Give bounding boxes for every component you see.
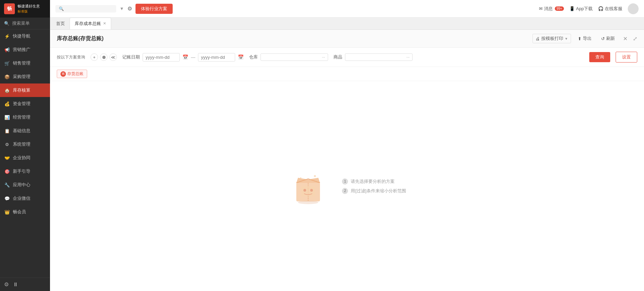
topbar-chevron-icon[interactable]: ▼ (120, 6, 124, 11)
system-icon: ⚙ (4, 141, 10, 147)
sidebar-item-label: 库存核算 (13, 87, 30, 93)
page-title: 库存总账(存货总账) (57, 35, 532, 42)
tab-close-icon[interactable]: ✕ (103, 21, 106, 26)
sidebar-menu: ⚡ 快捷导航 📢 营销推广 🛒 销售管理 📦 采购管理 🏠 库存核算 💰 资金管… (0, 29, 50, 277)
svg-point-2 (314, 175, 316, 177)
sidebar-item-sales[interactable]: 🛒 销售管理 (0, 56, 50, 70)
sidebar-item-label: 经营管理 (13, 114, 30, 120)
close-panel-btn[interactable]: ✕ (622, 34, 629, 43)
logo-text-block: 畅捷通好生意 标准版 (18, 4, 40, 14)
sidebar-item-label: 基础信息 (13, 128, 30, 134)
goods-label: 商品 (333, 54, 342, 60)
sidebar-item-basic[interactable]: 📋 基础信息 (0, 124, 50, 138)
sidebar-item-label: 应用中心 (13, 182, 30, 188)
newbie-icon: 🎯 (4, 168, 10, 174)
schema-circle-icon: 账 (60, 71, 66, 77)
export-btn[interactable]: ⬆ 导出 (575, 34, 594, 43)
trial-btn[interactable]: 体验行业方案 (135, 4, 173, 14)
filter-add-btn[interactable]: + (91, 53, 98, 61)
tab-home[interactable]: 首页 (51, 18, 70, 29)
collapse-footer-icon[interactable]: ⏸ (13, 282, 18, 288)
logo-sub: 标准版 (18, 9, 40, 14)
empty-hint-1-text: 请先选择要分析的方案 (351, 178, 395, 185)
filter-settings-btn[interactable]: 设置 (616, 52, 637, 63)
empty-illustration-svg (288, 166, 328, 207)
sidebar-item-newbie[interactable]: 🎯 新手引导 (0, 165, 50, 178)
operation-icon: 📊 (4, 114, 10, 120)
step1-circle: 1 (342, 178, 348, 185)
messages-label: 消息 (544, 6, 553, 12)
svg-point-7 (298, 201, 318, 204)
sidebar-item-quick-nav[interactable]: ⚡ 快捷导航 (0, 29, 50, 43)
svg-point-6 (310, 189, 313, 192)
sidebar-item-enterprise[interactable]: 🤝 企业协同 (0, 151, 50, 165)
messages-btn[interactable]: ✉ 消息 99+ (539, 6, 564, 12)
filter-area: 按以下方案查询 + ⊗ ≪ 记账日期 📅 — 📅 仓库 (50, 48, 644, 67)
online-support-btn[interactable]: 🎧 在线客服 (598, 6, 622, 12)
svg-point-3 (300, 177, 301, 178)
filter-del-btn[interactable]: ⊗ (100, 53, 107, 61)
topbar-search-area[interactable]: 🔍 (55, 5, 116, 13)
refresh-btn-label: 刷新 (606, 35, 615, 42)
step2-circle: 2 (342, 188, 348, 194)
print-btn[interactable]: 🖨 按模板打印 ▼ (532, 34, 571, 43)
app-center-icon: 🔧 (4, 182, 10, 188)
phone-icon: 📱 (569, 6, 575, 11)
topbar-settings-icon[interactable]: ⚙ (127, 5, 132, 12)
quick-nav-icon: ⚡ (4, 33, 10, 39)
sidebar-item-inventory[interactable]: 🏠 库存核算 (0, 83, 50, 97)
inventory-icon: 🏠 (4, 87, 10, 93)
sidebar-item-marketing[interactable]: 📢 营销推广 (0, 43, 50, 56)
sidebar-item-label: 畅会员 (13, 209, 26, 215)
sidebar-item-label: 企业协同 (13, 155, 30, 161)
sidebar-item-member[interactable]: 👑 畅会员 (0, 205, 50, 219)
sidebar-item-label: 营销推广 (13, 47, 30, 53)
date-start-input[interactable] (143, 53, 180, 62)
expand-icon[interactable]: ⤢ (633, 35, 637, 42)
tab-inventory-ledger[interactable]: 库存成本总账 ✕ (70, 18, 111, 29)
filter-warehouse-item: 仓库 ··· (249, 53, 328, 61)
filter-collapse-btn[interactable]: ≪ (109, 53, 117, 61)
sidebar-item-finance[interactable]: 💰 资金管理 (0, 97, 50, 111)
print-chevron-icon: ▼ (565, 37, 568, 41)
enterprise-icon: 🤝 (4, 155, 10, 161)
sales-icon: 🛒 (4, 60, 10, 66)
purchase-icon: 📦 (4, 74, 10, 80)
topbar-search-icon: 🔍 (59, 6, 64, 11)
user-avatar[interactable] (628, 3, 639, 14)
basic-icon: 📋 (4, 128, 10, 134)
query-btn[interactable]: 查询 (589, 52, 610, 62)
sidebar-search[interactable]: 🔍 搜索菜单 (0, 18, 50, 29)
empty-hint-1: 1 请先选择要分析的方案 (342, 178, 406, 185)
sidebar-item-label: 销售管理 (13, 60, 30, 66)
sidebar-search-label: 搜索菜单 (12, 20, 30, 26)
filter-label: 按以下方案查询 (57, 54, 85, 60)
main-area: 🔍 ▼ ⚙ 体验行业方案 ✉ 消息 99+ 📱 App下载 🎧 在线客服 (50, 0, 644, 291)
goods-select[interactable]: ··· (345, 53, 413, 61)
refresh-btn[interactable]: ↺ 刷新 (598, 34, 618, 43)
date-separator: — (191, 55, 195, 60)
date-field-label: 记账日期 (122, 54, 140, 60)
schema-section: 账 存货总账 (50, 67, 644, 81)
sidebar-item-purchase[interactable]: 📦 采购管理 (0, 70, 50, 83)
sidebar-item-system[interactable]: ⚙ 系统管理 (0, 138, 50, 151)
date-end-input[interactable] (198, 53, 235, 62)
calendar-start-icon[interactable]: 📅 (182, 54, 188, 60)
page-container: 库存总账(存货总账) 🖨 按模板打印 ▼ ⬆ 导出 ↺ 刷新 ✕ ⤢ (50, 30, 644, 291)
app-download-btn[interactable]: 📱 App下载 (569, 6, 593, 12)
sidebar-item-label: 采购管理 (13, 74, 30, 80)
sidebar-item-app-center[interactable]: 🔧 应用中心 (0, 178, 50, 192)
warehouse-select[interactable]: ··· (261, 53, 328, 61)
message-icon: ✉ (539, 6, 543, 11)
empty-state: 1 请先选择要分析的方案 2 用[过滤]条件来缩小分析范围 (50, 81, 644, 291)
warehouse-more: ··· (322, 55, 325, 59)
schema-tag[interactable]: 账 存货总账 (57, 70, 87, 78)
calendar-end-icon[interactable]: 📅 (238, 54, 244, 60)
settings-footer-icon[interactable]: ⚙ (4, 281, 9, 288)
sidebar-item-corp-wechat[interactable]: 💬 企业微信 (0, 192, 50, 205)
sidebar-item-label: 企业微信 (13, 195, 30, 201)
filter-date-item: 记账日期 📅 — 📅 (122, 53, 244, 62)
warehouse-label: 仓库 (249, 54, 258, 60)
logo-icon: 畅 (4, 3, 15, 14)
sidebar-item-operation[interactable]: 📊 经营管理 (0, 111, 50, 124)
